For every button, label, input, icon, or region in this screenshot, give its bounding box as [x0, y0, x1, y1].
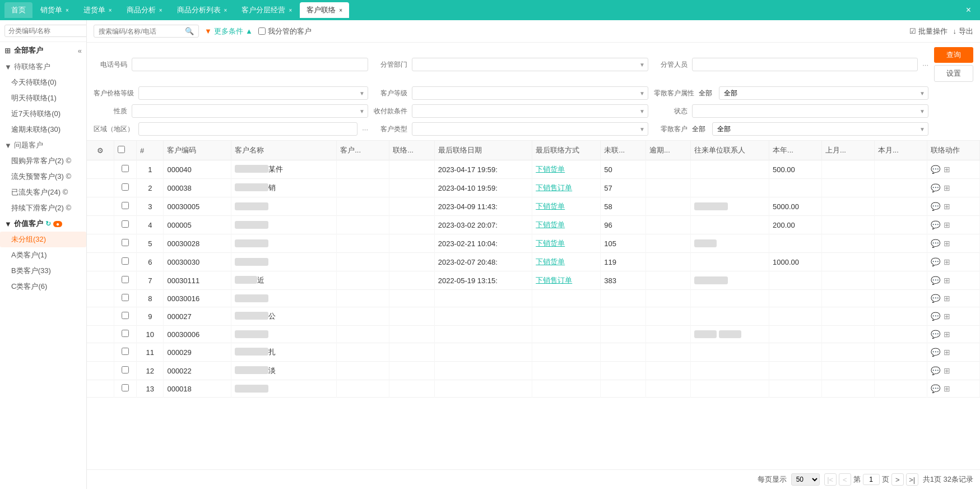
message-icon-1[interactable]: 💬 [931, 183, 940, 192]
th-trade-contact[interactable]: 往来单位联系人 [691, 141, 769, 160]
row-check-7[interactable] [114, 290, 136, 307]
reset-button[interactable]: 设置 [934, 65, 973, 82]
grid-action-icon-6[interactable]: ⊞ [944, 276, 950, 285]
grid-action-icon-8[interactable]: ⊞ [944, 312, 950, 321]
sidebar-item-tomorrow-pending[interactable]: 明天待联络(1) [0, 90, 86, 106]
th-code[interactable]: 客户编码 [164, 141, 231, 160]
tab-purchase-close[interactable]: × [109, 7, 112, 13]
filter-select-price-tier[interactable] [138, 86, 368, 100]
filter-search-input[interactable] [99, 27, 183, 35]
message-icon-4[interactable]: 💬 [931, 239, 940, 248]
row-check-10[interactable] [114, 343, 136, 362]
grid-action-icon-2[interactable]: ⊞ [944, 202, 950, 211]
row-check-2[interactable] [114, 197, 136, 216]
row-check-11[interactable] [114, 362, 136, 380]
row-last-contact-method-2[interactable]: 下销货单 [532, 197, 601, 216]
grid-action-icon-7[interactable]: ⊞ [944, 294, 950, 303]
tab-product-analysis-list[interactable]: 商品分析列表 × [170, 2, 234, 18]
filter-input-region[interactable] [138, 122, 357, 136]
value-customer-group-header[interactable]: ▼ 价值客户 ↻ ● [0, 216, 86, 232]
filter-input-manager[interactable] [692, 58, 918, 71]
refresh-icon[interactable]: ↻ [45, 220, 51, 228]
query-button[interactable]: 查询 [934, 47, 973, 63]
message-icon-8[interactable]: 💬 [931, 312, 940, 321]
message-icon-12[interactable]: 💬 [931, 384, 940, 393]
window-close-button[interactable]: × [962, 5, 976, 15]
row-last-contact-method-9[interactable] [532, 326, 601, 343]
gear-icon[interactable]: ⚙ [97, 146, 104, 155]
tab-product-analysis[interactable]: 商品分析 × [120, 2, 169, 18]
grid-action-icon-3[interactable]: ⊞ [944, 220, 950, 229]
grid-action-icon-0[interactable]: ⊞ [944, 165, 950, 174]
row-last-contact-method-10[interactable] [532, 343, 601, 362]
export-button[interactable]: ↓ 导出 [953, 26, 974, 36]
row-last-contact-method-3[interactable]: 下销货单 [532, 216, 601, 234]
message-icon-9[interactable]: 💬 [931, 330, 940, 339]
row-check-6[interactable] [114, 271, 136, 290]
message-icon-10[interactable]: 💬 [931, 348, 940, 357]
tab-product-analysis-list-close[interactable]: × [224, 7, 227, 13]
message-icon-11[interactable]: 💬 [931, 366, 940, 375]
row-last-contact-method-8[interactable] [532, 307, 601, 326]
sidebar-item-hoarding-abnormal[interactable]: 囤购异常客户(2) © [0, 153, 86, 169]
row-check-8[interactable] [114, 307, 136, 326]
th-contact[interactable]: 联络... [389, 141, 435, 160]
region-dots-button[interactable]: ··· [362, 125, 368, 133]
filter-select-status[interactable] [692, 104, 928, 118]
th-gear[interactable]: ⚙ [87, 141, 114, 160]
grid-action-icon-10[interactable]: ⊞ [944, 348, 950, 357]
th-last-month[interactable]: 上月... [822, 141, 875, 160]
row-check-4[interactable] [114, 234, 136, 253]
more-conditions-button[interactable]: ▼ 更多条件 ▲ [205, 26, 253, 36]
sidebar-item-7day-pending[interactable]: 近7天待联络(0) [0, 106, 86, 122]
sidebar-item-class-b[interactable]: B类客户(33) [0, 263, 86, 279]
th-last-contact-date[interactable]: 最后联络日期 [434, 141, 532, 160]
th-checkbox[interactable] [114, 141, 136, 160]
row-last-contact-method-12[interactable] [532, 380, 601, 398]
grid-action-icon-1[interactable]: ⊞ [944, 183, 950, 192]
tab-customer-tier[interactable]: 客户分层经营 × [235, 2, 299, 18]
message-icon-5[interactable]: 💬 [931, 257, 940, 266]
row-last-contact-method-6[interactable]: 下销售订单 [532, 271, 601, 290]
grid-action-icon-9[interactable]: ⊞ [944, 330, 950, 339]
message-icon-3[interactable]: 💬 [931, 220, 940, 229]
row-last-contact-method-11[interactable] [532, 362, 601, 380]
grid-action-icon-4[interactable]: ⊞ [944, 239, 950, 248]
filter-search-icon[interactable]: 🔍 [185, 27, 194, 35]
sidebar-item-class-c[interactable]: C类客户(6) [0, 279, 86, 294]
filter-select-nature[interactable] [132, 104, 368, 118]
filter-select-retail-attr[interactable]: 全部 [719, 86, 928, 100]
manager-dots-button[interactable]: ··· [922, 61, 928, 69]
row-last-contact-method-5[interactable]: 下销货单 [532, 253, 601, 271]
problem-customer-group-header[interactable]: ▼ 问题客户 [0, 137, 86, 153]
row-check-5[interactable] [114, 253, 136, 271]
sidebar-item-overdue-pending[interactable]: 逾期未联络(30) [0, 122, 86, 137]
tab-customer-contact-close[interactable]: × [339, 7, 342, 13]
filter-select-cust-type[interactable] [412, 122, 648, 136]
sidebar-item-declining[interactable]: 持续下滑客户(2) © [0, 200, 86, 216]
grid-action-icon-11[interactable]: ⊞ [944, 366, 950, 375]
row-last-contact-method-0[interactable]: 下销货单 [532, 160, 601, 179]
tab-customer-contact[interactable]: 客户联络 × [300, 2, 349, 18]
tab-purchase[interactable]: 进货单 × [77, 2, 119, 18]
th-this-month[interactable]: 本月... [875, 141, 927, 160]
sidebar-item-class-a[interactable]: A类客户(1) [0, 247, 86, 263]
my-customers-checkbox[interactable] [258, 27, 266, 35]
prev-page-button[interactable]: < [839, 473, 851, 486]
filter-select-dept[interactable] [412, 58, 648, 71]
row-last-contact-method-1[interactable]: 下销售订单 [532, 179, 601, 197]
last-page-button[interactable]: >| [906, 473, 918, 486]
row-check-3[interactable] [114, 216, 136, 234]
row-last-contact-method-7[interactable] [532, 290, 601, 307]
row-check-0[interactable] [114, 160, 136, 179]
message-icon-2[interactable]: 💬 [931, 202, 940, 211]
tab-sales[interactable]: 销货单 × [34, 2, 76, 18]
th-overdue[interactable]: 逾期... [645, 141, 691, 160]
sidebar-collapse-button[interactable]: « [78, 47, 82, 55]
row-last-contact-method-4[interactable]: 下销货单 [532, 234, 601, 253]
th-not-contact[interactable]: 未联... [601, 141, 646, 160]
batch-op-button[interactable]: ☑ 批量操作 [909, 26, 948, 36]
first-page-button[interactable]: |< [824, 473, 837, 486]
filter-select-payment[interactable] [412, 104, 648, 118]
filter-input-phone[interactable] [132, 58, 368, 71]
